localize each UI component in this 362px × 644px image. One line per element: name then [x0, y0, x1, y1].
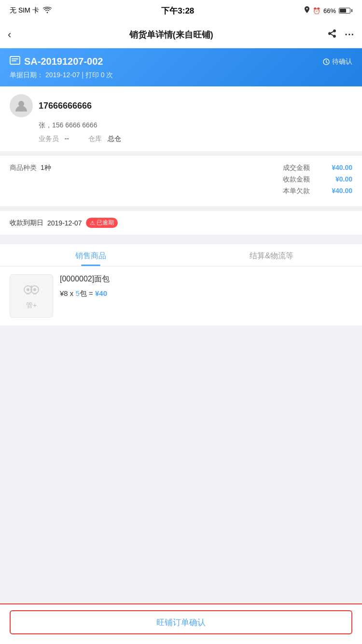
- alarm-icon: ⏰: [313, 7, 320, 14]
- avatar: [10, 94, 33, 117]
- summary-left: 商品种类 1种: [10, 164, 181, 174]
- divider-3: [0, 235, 362, 239]
- warehouse-field: 仓库 总仓: [88, 135, 121, 143]
- share-button[interactable]: [327, 28, 337, 41]
- confirm-button-wrapper: 旺铺订单确认: [0, 603, 362, 644]
- customer-contact: 张，156 6666 6666: [10, 121, 352, 130]
- wifi-icon: [43, 7, 52, 15]
- overdue-text: 已逾期: [97, 219, 114, 227]
- order-icon: [10, 56, 20, 67]
- order-id: SA-20191207-002: [10, 56, 103, 67]
- page-title: 销货单详情(来自旺铺): [129, 29, 213, 41]
- overdue-badge: ⚠ 已逾期: [86, 218, 118, 228]
- order-date-line: 单据日期： 2019-12-07 | 打印 0 次: [10, 71, 352, 80]
- summary-section: 商品种类 1种 成交金额 ¥40.00 收款金额 ¥0.00 本单欠款 ¥40.…: [0, 156, 362, 206]
- transaction-amount: 成交金额 ¥40.00: [181, 164, 352, 172]
- status-bar: 无 SIM 卡 下午3:28 ⏰ 66%: [0, 0, 362, 21]
- status-time: 下午3:28: [161, 5, 194, 16]
- due-date-label: 收款到期日: [10, 219, 43, 227]
- owed-amount: 本单欠款 ¥40.00: [181, 187, 352, 196]
- plus-label: 管+: [26, 301, 37, 310]
- customer-section: 17666666666 张，156 6666 6666 业务员 -- 仓库 总仓: [0, 86, 362, 151]
- bottom-area: [0, 325, 362, 422]
- product-info: [0000002]面包 ¥8 x 5包 = ¥40: [60, 274, 352, 298]
- svg-rect-0: [10, 56, 20, 64]
- product-item: 管+ [0000002]面包 ¥8 x 5包 = ¥40: [10, 274, 352, 318]
- product-type-field: 商品种类 1种: [10, 164, 181, 172]
- location-icon: [304, 6, 310, 15]
- battery-percent: 66%: [323, 7, 336, 14]
- product-name: [0000002]面包: [60, 274, 352, 284]
- nav-right-actions: ···: [327, 28, 354, 41]
- customer-meta: 业务员 -- 仓库 总仓: [10, 135, 352, 143]
- order-header: SA-20191207-002 待确认 单据日期： 2019-12-07 | 打…: [0, 48, 362, 86]
- logo-icon: [22, 282, 41, 300]
- product-thumbnail: 管+: [10, 274, 53, 318]
- price-base: ¥8 x: [60, 289, 76, 297]
- equals-sign: =: [87, 289, 95, 297]
- product-price-line: ¥8 x 5包 = ¥40: [60, 289, 352, 298]
- tabs-bar: 销售商品 结算&物流等: [0, 244, 362, 266]
- product-total: ¥40: [95, 289, 107, 297]
- summary-right: 成交金额 ¥40.00 收款金额 ¥0.00 本单欠款 ¥40.00: [181, 164, 352, 198]
- due-date-value: 2019-12-07: [47, 219, 82, 227]
- overdue-icon: ⚠: [90, 220, 95, 226]
- salesperson-field: 业务员 --: [39, 135, 69, 143]
- nav-bar: ‹ 销货单详情(来自旺铺) ···: [0, 21, 362, 48]
- back-button[interactable]: ‹: [4, 25, 15, 45]
- confirm-order-button[interactable]: 旺铺订单确认: [10, 610, 352, 634]
- divider-1: [0, 151, 362, 156]
- divider-2: [0, 206, 362, 211]
- status-right: ⏰ 66%: [304, 6, 352, 15]
- product-qty: 5: [76, 289, 80, 297]
- product-unit: 包: [80, 289, 87, 297]
- customer-phone[interactable]: 17666666666: [39, 101, 92, 111]
- svg-point-6: [33, 288, 36, 291]
- due-section: 收款到期日 2019-12-07 ⚠ 已逾期: [0, 211, 362, 235]
- product-section: 管+ [0000002]面包 ¥8 x 5包 = ¥40: [0, 266, 362, 325]
- tabs-section: 销售商品 结算&物流等: [0, 244, 362, 325]
- tab-settlement-logistics[interactable]: 结算&物流等: [181, 244, 362, 266]
- more-button[interactable]: ···: [345, 29, 354, 40]
- status-left: 无 SIM 卡: [10, 6, 52, 15]
- received-amount: 收款金额 ¥0.00: [181, 175, 352, 184]
- svg-point-5: [27, 288, 29, 291]
- tab-sales-products[interactable]: 销售商品: [0, 244, 181, 266]
- order-status: 待确认: [323, 57, 352, 66]
- battery-icon: [339, 8, 352, 14]
- carrier-text: 无 SIM 卡: [10, 6, 39, 15]
